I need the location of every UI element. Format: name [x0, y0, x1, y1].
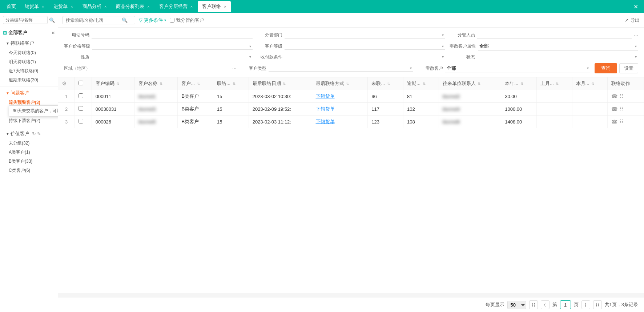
close-purchaseorder-icon[interactable]: × — [71, 4, 73, 9]
th-thisyear[interactable]: 本年... ⇅ — [501, 77, 537, 90]
sidebar-search-icon[interactable]: 🔍 — [49, 17, 55, 23]
payment-select[interactable]: ▾ — [285, 54, 446, 60]
horizontal-scrollbar[interactable] — [58, 293, 644, 297]
export-button[interactable]: ↗ 导出 — [625, 17, 640, 24]
manager-input[interactable] — [477, 31, 632, 39]
th-name[interactable]: 客户名称 ⇅ — [135, 77, 178, 90]
settings-button[interactable]: 设置 — [619, 63, 638, 73]
filter-row-4: 区域（地区） ··· 客户类型 ▾ 零散客户 全部 ▾ — [64, 63, 638, 73]
action-more-icon-2[interactable]: ⠿ — [620, 119, 623, 125]
close-all-tabs-button[interactable]: ✕ — [631, 2, 641, 12]
th-thismonth[interactable]: 本月... ⇅ — [572, 77, 608, 90]
row-lastdate-2: 2023-02-03 11:12: — [249, 116, 312, 128]
action-more-icon-1[interactable]: ⠿ — [620, 106, 623, 112]
sidebar-item-class-b[interactable]: B类客户(33) — [0, 157, 58, 166]
prev-page-button[interactable]: ⟨ — [541, 300, 550, 309]
action-contact-icon-1[interactable]: ☎ — [611, 106, 617, 112]
close-customerlayer-icon[interactable]: × — [190, 4, 193, 9]
sidebar-search-input[interactable] — [3, 16, 48, 24]
th-contact[interactable]: 联络... ⇅ — [213, 77, 249, 90]
close-productanalysis-icon[interactable]: × — [104, 4, 106, 9]
sort-lastmethod-icon: ⇅ — [346, 82, 349, 86]
row-thisyear-0: 30.00 — [501, 90, 537, 103]
collapse-sidebar-icon[interactable]: « — [52, 29, 55, 36]
main-search-input[interactable] — [66, 18, 120, 23]
all-customers-header[interactable]: ⊞ 全部客户 « — [0, 27, 58, 38]
nav-tab-productanalysis[interactable]: 商品分析 × — [78, 1, 111, 12]
th-overdue[interactable]: 逾期... ⇅ — [403, 77, 439, 90]
close-customercontact-icon[interactable]: × — [224, 4, 226, 9]
region-dots-icon[interactable]: ··· — [232, 65, 237, 71]
main-search-icon[interactable]: 🔍 — [122, 17, 128, 23]
last-page-button[interactable]: ⟩⟩ — [593, 300, 602, 309]
row-uncontacted-1: 117 — [368, 103, 403, 116]
triangle-down-icon-2: ▼ — [6, 91, 9, 95]
th-type[interactable]: 客户... ⇅ — [178, 77, 213, 90]
sidebar-item-7days[interactable]: 近7天待联络(0) — [0, 66, 58, 76]
th-uncontacted[interactable]: 未联... ⇅ — [368, 77, 403, 90]
customer-grade-select[interactable]: ▾ — [285, 43, 446, 50]
table-settings-icon[interactable]: ⚙ — [62, 80, 67, 86]
th-lastmethod[interactable]: 最后联络方式 ⇅ — [312, 77, 368, 90]
sidebar-group-value[interactable]: ▼ 价值客户 ↻ ✎ — [0, 129, 58, 139]
row-overdue-2: 108 — [403, 116, 439, 128]
sidebar-item-class-c[interactable]: C类客户(6) — [0, 166, 58, 175]
row-thisyear-2: 1408.00 — [501, 116, 537, 128]
sidebar-item-ungrouped[interactable]: 未分组(32) — [0, 139, 58, 148]
row-type-1: B类客户 — [178, 103, 213, 116]
status-select[interactable]: ▾ — [477, 54, 638, 60]
next-page-button[interactable]: ⟩ — [581, 300, 590, 309]
query-button[interactable]: 查询 — [595, 63, 617, 73]
sort-overdue-icon: ⇅ — [423, 82, 426, 86]
sidebar-item-class-a[interactable]: A类客户(1) — [0, 148, 58, 157]
sidebar-item-tomorrow[interactable]: 明天待联络(1) — [0, 57, 58, 66]
row-lastmonth-1 — [536, 103, 572, 116]
nav-tab-customerlayer[interactable]: 客户分层经营 × — [155, 1, 197, 12]
action-more-icon-0[interactable]: ⠿ — [620, 93, 623, 99]
my-customers-checkbox[interactable] — [170, 18, 174, 23]
filter-manager: 分管人员 ··· — [450, 31, 638, 39]
more-conditions-button[interactable]: ▽ 更多条件 ▾ — [139, 17, 166, 24]
nav-home[interactable]: 首页 — [3, 2, 20, 11]
select-all-checkbox[interactable] — [79, 81, 83, 85]
th-lastmonth[interactable]: 上月... ⇅ — [536, 77, 572, 90]
sidebar-item-declining[interactable]: 持续下滑客户(2) — [0, 116, 58, 125]
sidebar-group-problem[interactable]: ▼ 问题客户 — [0, 88, 58, 98]
close-salesorder-icon[interactable]: × — [42, 4, 44, 9]
th-lastdate[interactable]: 最后联络日期 ⇅ — [249, 77, 312, 90]
nature-select[interactable]: ▾ — [92, 54, 253, 60]
sidebar-group-pending[interactable]: ▼ 待联络客户 — [0, 38, 58, 48]
edit-icon[interactable]: ✎ — [37, 131, 41, 137]
casual-attr-select[interactable]: 全部 ▾ — [478, 42, 638, 51]
page-input[interactable] — [560, 300, 571, 309]
per-page-select[interactable]: 50 20 100 — [507, 301, 526, 309]
row-select-checkbox-2[interactable] — [79, 119, 83, 123]
phone-input[interactable] — [92, 31, 253, 39]
nav-tab-purchaseorder[interactable]: 进货单 × — [49, 1, 77, 12]
manager-dots-icon[interactable]: ··· — [634, 32, 638, 38]
close-productlist-icon[interactable]: × — [147, 4, 149, 9]
customer-type-select[interactable]: ▾ — [269, 65, 414, 72]
refresh-icon[interactable]: ↻ — [32, 131, 36, 137]
action-contact-icon-0[interactable]: ☎ — [611, 93, 617, 99]
sidebar-item-overdue[interactable]: 逾期未联络(30) — [0, 76, 58, 85]
nav-tab-salesorder[interactable]: 销货单 × — [20, 1, 48, 12]
row-select-checkbox-1[interactable] — [79, 106, 83, 111]
th-checkbox — [75, 77, 92, 90]
customer-type-arrow-icon: ▾ — [410, 66, 412, 70]
row-num-0: 1 — [58, 90, 75, 103]
dept-select[interactable]: ▾ — [285, 32, 446, 39]
nature-label: 性质 — [64, 54, 89, 60]
action-contact-icon-2[interactable]: ☎ — [611, 119, 617, 125]
sidebar-item-today[interactable]: 今天待联络(0) — [0, 48, 58, 57]
th-contact2[interactable]: 往来单位联系人 ⇅ — [439, 77, 501, 90]
casual-customer-select[interactable]: 全部 ▾ — [445, 64, 590, 73]
first-page-button[interactable]: ⟨⟨ — [529, 300, 538, 309]
nav-tab-customercontact[interactable]: 客户联络 × — [198, 1, 230, 12]
nav-tab-productlist[interactable]: 商品分析列表 × — [112, 1, 154, 12]
price-grade-select[interactable]: ▾ — [92, 43, 253, 50]
row-lastdate-0: 2023-03-02 10:30: — [249, 90, 312, 103]
region-input[interactable] — [92, 65, 230, 72]
th-code[interactable]: 客户编码 ⇅ — [92, 77, 134, 90]
row-select-checkbox-0[interactable] — [79, 93, 83, 98]
